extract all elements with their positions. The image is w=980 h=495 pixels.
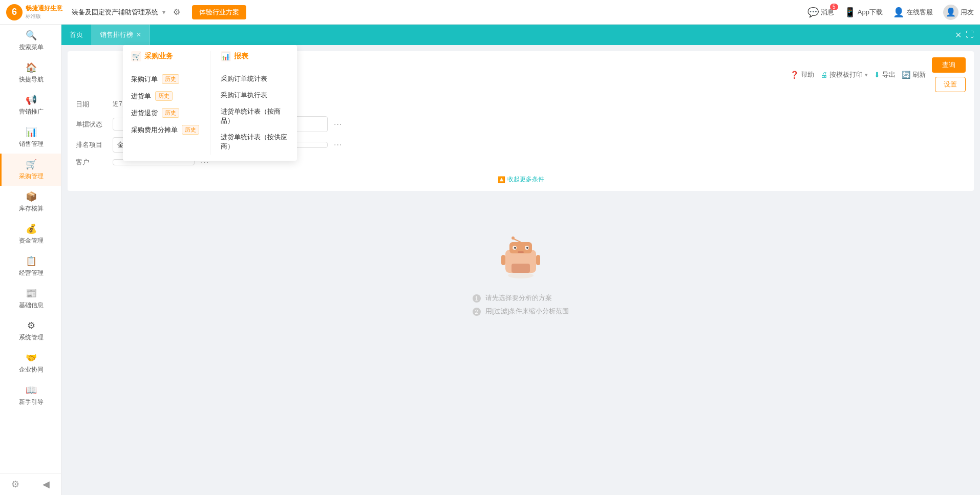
online-service-label: 在线客服 xyxy=(906,8,933,17)
expense-history-badge: 历史 xyxy=(182,125,199,135)
refresh-btn[interactable]: 🔄 刷新 xyxy=(902,70,926,79)
sidebar-bottom: ⚙ ◀ xyxy=(0,473,61,495)
report-col-icon: 📊 xyxy=(221,51,231,61)
sidebar-label-sales: 销售管理 xyxy=(19,140,44,148)
svg-line-11 xyxy=(513,239,521,242)
dropdown-item-order-exec[interactable]: 采购订单执行表 xyxy=(221,87,289,103)
empty-state: 1 请先选择要分析的方案 2 用[过滤]条件来缩小分析范围 xyxy=(68,191,974,359)
report-col: 📊 报表 采购订单统计表 采购订单执行表 进货单统计表（按商品） 进货单统计表（… xyxy=(212,51,297,155)
sidebar-item-basic-info[interactable]: 📰 基础信息 xyxy=(0,283,61,315)
dropdown-item-order-stats[interactable]: 采购订单统计表 xyxy=(221,71,289,87)
sidebar-collapse-icon[interactable]: ◀ xyxy=(42,479,50,490)
purchase-col: 🛒 采购业务 采购订单 历史 进货单 历史 进货退货 历史 xyxy=(123,51,208,155)
sidebar-item-guide[interactable]: 📖 新手引导 xyxy=(0,379,61,412)
search-icon: 🔍 xyxy=(26,30,37,41)
dropdown-item-inbound[interactable]: 进货单 历史 xyxy=(131,88,200,104)
logo-line2: 标准版 xyxy=(26,13,62,19)
sidebar-item-quick-nav[interactable]: 🏠 快捷导航 xyxy=(0,57,61,89)
goods-filter-more[interactable]: ··· xyxy=(334,120,342,129)
dropdown-item-purchase-order[interactable]: 采购订单 历史 xyxy=(131,71,200,88)
empty-icon xyxy=(495,232,546,283)
tab-home[interactable]: 首页 xyxy=(61,25,92,45)
tab-bar: 首页 销售排行榜 ✕ ✕ ⛶ xyxy=(61,25,980,45)
dropdown-columns: 🛒 采购业务 采购订单 历史 进货单 历史 进货退货 历史 xyxy=(123,51,297,155)
export-btn[interactable]: ⬇ 导出 xyxy=(874,70,896,79)
user-label: 用友 xyxy=(961,8,974,17)
industry-btn[interactable]: 体验行业方案 xyxy=(192,5,246,19)
inbound-stats-supplier-label: 进货单统计表（按供应商） xyxy=(221,133,289,151)
dropdown-item-inbound-stats-supplier[interactable]: 进货单统计表（按供应商） xyxy=(221,129,289,155)
svg-point-5 xyxy=(514,247,516,249)
dropdown-divider xyxy=(210,51,210,155)
sidebar-item-system[interactable]: ⚙ 系统管理 xyxy=(0,315,61,347)
collapse-btn[interactable]: 🔼 收起更多条件 xyxy=(76,172,966,187)
inbound-stats-goods-label: 进货单统计表（按商品） xyxy=(221,107,289,125)
system-icon: ⚙ xyxy=(27,320,35,331)
sidebar-label-operations: 经营管理 xyxy=(19,269,44,277)
header-right: 💬 消息 5 📱 App下载 👤 在线客服 👤 用友 xyxy=(807,5,974,20)
order-stats-label: 采购订单统计表 xyxy=(221,74,267,83)
sidebar-label-basic-info: 基础信息 xyxy=(19,301,44,310)
sidebar-item-search[interactable]: 🔍 搜索菜单 xyxy=(0,25,61,57)
svg-point-6 xyxy=(526,247,528,249)
toolbar-right: ❓ 帮助 🖨 按模板打印 ▾ ⬇ 导出 🔄 xyxy=(790,70,926,79)
refresh-label: 刷新 xyxy=(912,70,926,79)
sidebar-item-sales[interactable]: 📊 销售管理 xyxy=(0,121,61,154)
tab-close-icon[interactable]: ✕ xyxy=(136,31,141,38)
print-arrow-icon[interactable]: ▾ xyxy=(865,72,868,78)
report-col-title: 📊 报表 xyxy=(221,51,289,66)
svg-rect-9 xyxy=(536,255,540,265)
dropdown-item-expense[interactable]: 采购费用分摊单 历史 xyxy=(131,121,200,138)
salesperson-more[interactable]: ··· xyxy=(334,140,342,149)
logo-line1: 畅捷通好生意 xyxy=(26,5,62,13)
return-label: 进货退货 xyxy=(131,109,158,118)
sidebar-item-finance[interactable]: 💰 资金管理 xyxy=(0,218,61,250)
empty-tip1: 1 请先选择要分析的方案 xyxy=(473,291,569,305)
logo-area: 6 畅捷通好生意 标准版 xyxy=(6,4,68,20)
inbound-label: 进货单 xyxy=(131,92,151,101)
tab-sales-rank-label: 销售排行榜 xyxy=(100,30,133,39)
app-download-item[interactable]: 📱 App下载 xyxy=(844,7,883,18)
date-label: 日期 xyxy=(76,100,106,109)
online-service-item[interactable]: 👤 在线客服 xyxy=(893,7,933,18)
sidebar-item-purchase[interactable]: 🛒 采购管理 xyxy=(0,154,61,186)
print-icon: 🖨 xyxy=(820,71,827,79)
sidebar-item-marketing[interactable]: 📢 营销推广 xyxy=(0,89,61,121)
tab-fullscreen-icon[interactable]: ⛶ xyxy=(966,30,974,39)
query-button[interactable]: 查询 xyxy=(932,57,966,73)
tab-close-all-icon[interactable]: ✕ xyxy=(955,30,962,40)
settings-button[interactable]: 设置 xyxy=(935,77,966,92)
help-btn[interactable]: ❓ 帮助 xyxy=(790,70,814,79)
marketing-icon: 📢 xyxy=(26,94,37,105)
svg-rect-8 xyxy=(501,255,505,265)
system-title-arrow-icon[interactable]: ▾ xyxy=(162,9,165,16)
sidebar-item-enterprise[interactable]: 🤝 企业协同 xyxy=(0,347,61,379)
refresh-icon: 🔄 xyxy=(902,71,910,79)
purchase-dropdown-menu: 🛒 采购业务 采购订单 历史 进货单 历史 进货退货 历史 xyxy=(123,45,297,161)
guide-icon: 📖 xyxy=(26,384,37,396)
home-icon: 🏠 xyxy=(26,62,37,73)
system-title-area: 装备及固定资产辅助管理系统 ▾ ⚙ 体验行业方案 xyxy=(72,5,246,19)
empty-tip2: 2 用[过滤]条件来缩小分析范围 xyxy=(473,305,569,318)
tab-sales-rank[interactable]: 销售排行榜 ✕ xyxy=(92,25,150,45)
dropdown-item-inbound-stats-goods[interactable]: 进货单统计表（按商品） xyxy=(221,103,289,129)
phone-icon: 📱 xyxy=(844,7,856,18)
dropdown-item-return[interactable]: 进货退货 历史 xyxy=(131,104,200,121)
content-area: 首页 销售排行榜 ✕ ✕ ⛶ ❓ 帮助 xyxy=(61,25,980,495)
enterprise-icon: 🤝 xyxy=(26,352,37,363)
report-col-title-text: 报表 xyxy=(234,52,248,61)
sidebar: 🔍 搜索菜单 🏠 快捷导航 📢 营销推广 📊 销售管理 🛒 采购管理 📦 库存核… xyxy=(0,25,61,495)
sidebar-label-finance: 资金管理 xyxy=(19,236,44,245)
message-item[interactable]: 💬 消息 5 xyxy=(807,7,834,18)
finance-icon: 💰 xyxy=(26,223,37,234)
logo-text: 畅捷通好生意 标准版 xyxy=(26,5,62,19)
sidebar-label-marketing: 营销推广 xyxy=(19,107,44,116)
purchase-col-title-text: 采购业务 xyxy=(144,52,173,61)
sidebar-item-operations[interactable]: 📋 经营管理 xyxy=(0,250,61,283)
sidebar-item-inventory[interactable]: 📦 库存核算 xyxy=(0,186,61,218)
purchase-col-icon: 🛒 xyxy=(131,51,141,61)
user-item[interactable]: 👤 用友 xyxy=(943,5,974,20)
print-btn[interactable]: 🖨 按模板打印 ▾ xyxy=(820,70,868,79)
sidebar-settings-icon[interactable]: ⚙ xyxy=(11,479,19,490)
system-settings-icon[interactable]: ⚙ xyxy=(169,5,184,19)
